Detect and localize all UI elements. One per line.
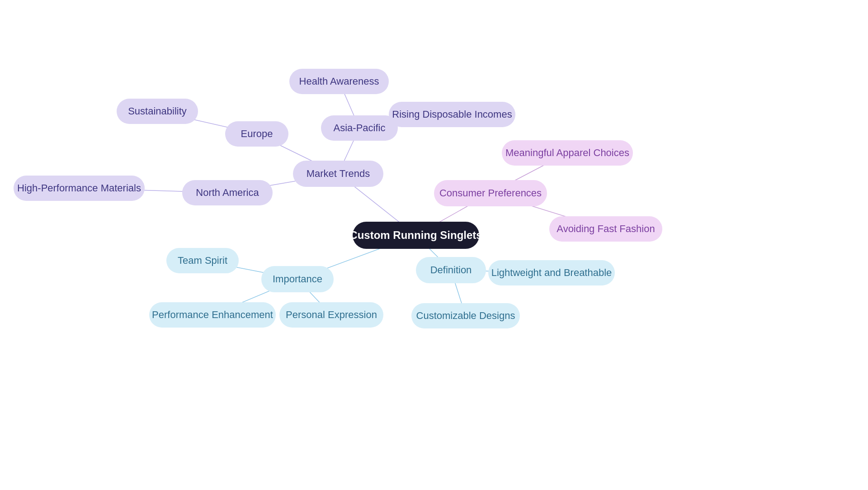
europe-label: Europe — [241, 128, 273, 140]
node-asia-pacific[interactable]: Asia-Pacific — [321, 115, 398, 141]
north-america-label: North America — [196, 187, 259, 199]
high-perf-label: High-Performance Materials — [17, 182, 141, 194]
central-label: Custom Running Singlets — [349, 229, 482, 242]
node-consumer-pref[interactable]: Consumer Preferences — [434, 180, 547, 206]
market-trends-label: Market Trends — [307, 168, 370, 180]
asia-pacific-label: Asia-Pacific — [334, 122, 386, 134]
node-high-perf-materials[interactable]: High-Performance Materials — [14, 176, 145, 201]
meaningful-apparel-label: Meaningful Apparel Choices — [505, 147, 629, 159]
node-sustainability[interactable]: Sustainability — [117, 99, 198, 124]
node-team-spirit[interactable]: Team Spirit — [166, 248, 239, 273]
team-spirit-label: Team Spirit — [178, 255, 227, 266]
rising-income-label: Rising Disposable Incomes — [392, 109, 512, 120]
performance-enhancement-label: Performance Enhancement — [152, 309, 273, 321]
customizable-designs-label: Customizable Designs — [416, 310, 515, 322]
consumer-pref-label: Consumer Preferences — [439, 187, 542, 199]
health-awareness-label: Health Awareness — [299, 76, 379, 87]
node-europe[interactable]: Europe — [225, 121, 288, 147]
sustainability-label: Sustainability — [128, 105, 187, 117]
definition-label: Definition — [430, 264, 472, 276]
node-meaningful-apparel[interactable]: Meaningful Apparel Choices — [502, 140, 633, 166]
central-node: Custom Running Singlets — [353, 222, 479, 249]
node-definition[interactable]: Definition — [416, 257, 486, 283]
node-health-awareness[interactable]: Health Awareness — [289, 69, 389, 94]
node-performance-enhancement[interactable]: Performance Enhancement — [149, 302, 276, 328]
node-lightweight-breathable[interactable]: Lightweight and Breathable — [488, 260, 615, 285]
node-avoiding-fast-fashion[interactable]: Avoiding Fast Fashion — [549, 216, 662, 242]
node-customizable-designs[interactable]: Customizable Designs — [411, 303, 520, 328]
personal-expression-label: Personal Expression — [286, 309, 377, 321]
node-personal-expression[interactable]: Personal Expression — [279, 302, 383, 328]
node-rising-income[interactable]: Rising Disposable Incomes — [389, 102, 515, 127]
avoiding-fast-fashion-label: Avoiding Fast Fashion — [557, 223, 655, 235]
lightweight-breathable-label: Lightweight and Breathable — [491, 267, 612, 279]
importance-label: Importance — [273, 273, 322, 285]
node-market-trends[interactable]: Market Trends — [293, 161, 383, 187]
mindmap-container: Custom Running Singlets Market Trends As… — [0, 0, 868, 490]
node-importance[interactable]: Importance — [261, 266, 334, 292]
node-north-america[interactable]: North America — [182, 180, 273, 205]
